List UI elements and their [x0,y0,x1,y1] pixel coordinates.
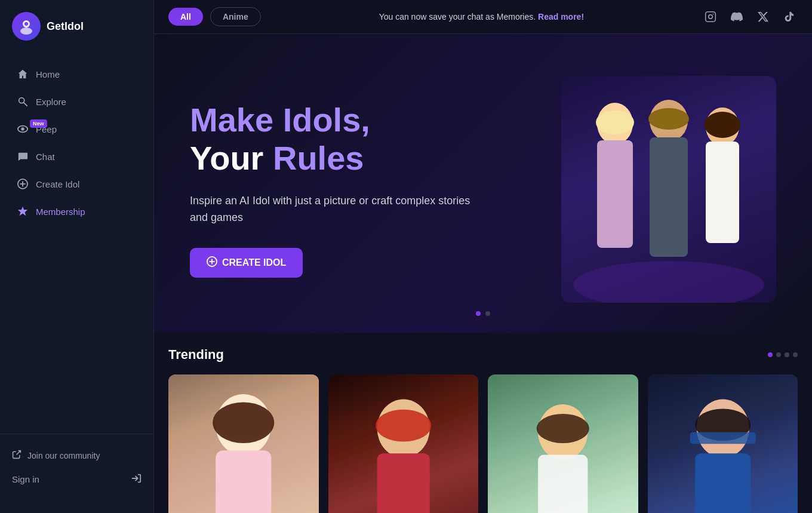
svg-point-33 [376,409,431,441]
twitter-icon[interactable] [755,8,771,25]
sidebar-bottom: Join our community Sign in [0,434,153,501]
sign-in-icon [131,473,142,486]
hero-image [561,76,776,303]
svg-point-12 [709,15,713,19]
svg-rect-11 [706,12,716,22]
hero-characters-illustration [561,76,776,303]
characters-svg [561,76,776,303]
trending-card-2[interactable] [328,374,479,513]
sidebar-explore-label: Explore [36,97,66,107]
svg-point-13 [713,14,714,15]
svg-rect-25 [706,142,739,243]
svg-point-23 [648,108,689,130]
create-idol-icon [17,178,29,190]
social-icons [702,8,798,25]
peep-icon [17,123,29,135]
join-community-label: Join our community [27,451,100,460]
svg-point-30 [213,402,274,443]
sign-in-row[interactable]: Sign in [5,467,149,492]
hero-title-word-rules: Rules [273,139,364,177]
chat-icon [17,150,29,162]
trending-dot-2[interactable] [776,352,781,357]
hero-title-line1: Make Idols, [190,101,370,139]
sidebar-create-idol-label: Create Idol [36,179,79,189]
svg-rect-38 [695,453,751,513]
join-community-link[interactable]: Join our community [5,444,149,467]
topbar-notice: You can now save your chat as Memories. … [268,12,695,21]
topbar: All Anime You can now save your chat as … [154,0,812,34]
app-logo-icon [12,12,41,41]
external-link-icon [12,450,21,461]
sidebar-chat-label: Chat [36,152,55,162]
svg-point-1 [20,27,32,35]
svg-rect-35 [538,454,588,513]
main-content: All Anime You can now save your chat as … [154,0,812,513]
sign-in-label: Sign in [12,474,39,484]
membership-icon [17,205,29,217]
discord-icon[interactable] [728,8,745,25]
sidebar-nav: Home Explore Peep New Chat [0,55,153,434]
sidebar: GetIdol Home Explore Peep New [0,0,154,513]
svg-rect-19 [597,140,633,248]
trending-dot-4[interactable] [793,352,798,357]
svg-point-6 [21,127,24,130]
hero-content: Make Idols, Your Rules Inspire an AI Ido… [190,101,488,278]
trending-card-4[interactable] [648,374,798,513]
hero-description: Inspire an AI Idol with just a picture o… [190,192,488,227]
carousel-dot-1[interactable] [476,311,481,316]
tab-all[interactable]: All [168,8,203,26]
svg-marker-10 [18,207,27,216]
svg-rect-40 [690,432,755,444]
plus-circle-icon [207,256,217,269]
carousel-dots [476,302,490,321]
svg-rect-29 [216,450,271,513]
trending-section: Trending [154,333,812,513]
carousel-dot-2[interactable] [485,311,490,316]
hero-title: Make Idols, Your Rules [190,101,488,178]
svg-line-4 [24,103,27,106]
svg-point-2 [24,22,28,26]
new-badge: New [30,119,47,128]
trending-title: Trending [168,347,224,363]
sidebar-item-membership[interactable]: Membership [5,198,149,225]
notice-link[interactable]: Read more! [538,12,584,21]
sidebar-item-chat[interactable]: Chat [5,143,149,170]
svg-rect-22 [650,137,688,257]
create-idol-button[interactable]: CREATE IDOL [190,248,303,278]
svg-point-17 [573,261,764,303]
trending-carousel-dots [768,352,798,357]
trending-card-1[interactable] [168,374,319,513]
trending-dot-3[interactable] [785,352,789,357]
home-icon [17,68,29,80]
trending-card-3[interactable] [488,374,638,513]
hero-title-line2: Your [190,139,273,177]
svg-point-26 [705,112,740,138]
app-name: GetIdol [47,20,84,33]
trending-header: Trending [168,347,798,363]
notice-text: You can now save your chat as Memories. [379,12,536,21]
instagram-icon[interactable] [702,8,719,25]
sidebar-item-home[interactable]: Home [5,61,149,87]
tiktok-icon[interactable] [781,8,798,25]
sidebar-item-explore[interactable]: Explore [5,88,149,115]
explore-icon [17,96,29,107]
trending-cards-grid [168,374,798,513]
sidebar-membership-label: Membership [36,207,85,217]
hero-section: Make Idols, Your Rules Inspire an AI Ido… [154,34,812,333]
sidebar-home-label: Home [36,69,60,79]
sidebar-logo[interactable]: GetIdol [0,12,153,55]
create-idol-label: CREATE IDOL [222,257,286,268]
sidebar-item-create-idol[interactable]: Create Idol [5,171,149,197]
svg-point-20 [596,110,634,134]
svg-point-36 [537,414,589,443]
sidebar-item-peep[interactable]: Peep New [5,116,149,142]
tab-anime[interactable]: Anime [210,7,261,26]
trending-dot-1[interactable] [768,352,773,357]
svg-rect-32 [377,453,429,513]
